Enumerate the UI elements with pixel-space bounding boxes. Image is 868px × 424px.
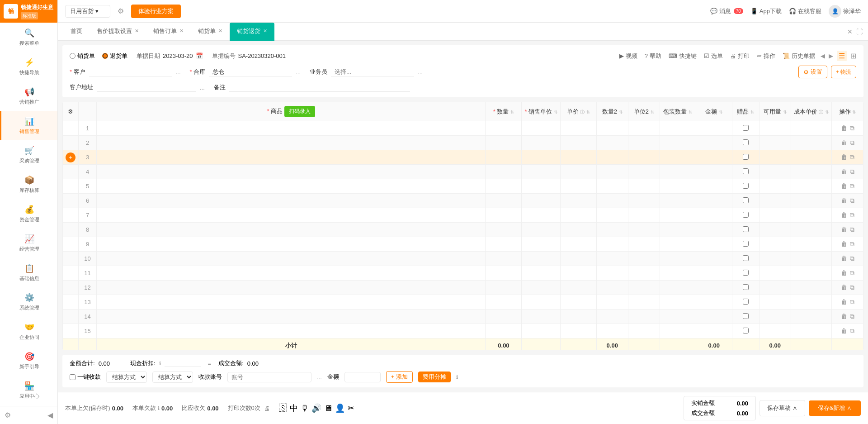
gift-checkbox-15[interactable] <box>743 328 749 333</box>
history-next[interactable]: ▶ <box>829 52 833 59</box>
sidebar-item-newuser[interactable]: 🎯新手引导 <box>0 346 57 376</box>
copy-icon-9[interactable]: ⧉ <box>850 240 854 248</box>
action-print[interactable]: 🖨打印 <box>728 51 751 61</box>
gift-checkbox-6[interactable] <box>743 197 749 203</box>
taskbar-icon-7[interactable]: ✂ <box>348 403 354 413</box>
sidebar-item-inventory[interactable]: 📦库存核算 <box>0 170 57 199</box>
gift-checkbox-7[interactable] <box>743 212 749 218</box>
delete-icon-4[interactable]: 🗑 <box>841 168 847 176</box>
address-input[interactable] <box>97 83 196 92</box>
sidebar-item-marketing[interactable]: 📢营销推广 <box>0 81 57 111</box>
tab-close-price-setting[interactable]: ✕ <box>135 28 139 34</box>
sidebar-item-enterprise[interactable]: 🤝企业协同 <box>0 317 57 346</box>
grid-view-btn[interactable]: ⊞ <box>850 52 856 60</box>
copy-icon-10[interactable]: ⧉ <box>850 255 854 262</box>
sidebar-item-search[interactable]: 🔍搜索菜单 <box>0 23 57 52</box>
sort-icon[interactable]: ⇅ <box>510 110 514 114</box>
user-item[interactable]: 👤 徐泽华 <box>829 5 861 18</box>
delete-icon-14[interactable]: 🗑 <box>841 313 847 320</box>
sidebar-item-operations[interactable]: 📈经营管理 <box>0 229 57 258</box>
sort-icon[interactable]: ⇅ <box>651 110 654 114</box>
delete-icon-11[interactable]: 🗑 <box>841 269 847 277</box>
staff-input[interactable] <box>331 67 414 76</box>
delete-icon-13[interactable]: 🗑 <box>841 298 847 306</box>
copy-icon-1[interactable]: ⧉ <box>850 124 854 132</box>
copy-icon-7[interactable]: ⧉ <box>850 211 854 219</box>
sort-icon[interactable]: ⇅ <box>719 110 722 114</box>
delete-icon-7[interactable]: 🗑 <box>841 211 847 219</box>
warehouse-dots[interactable]: ... <box>296 69 301 76</box>
warehouse-input[interactable] <box>209 67 292 76</box>
gift-checkbox-11[interactable] <box>743 270 749 276</box>
settings-btn[interactable]: ⚙ 设置 <box>798 66 827 78</box>
delete-icon-8[interactable]: 🗑 <box>841 226 847 233</box>
gift-checkbox-10[interactable] <box>743 255 749 261</box>
tab-close-sales-order[interactable]: ✕ <box>179 28 184 34</box>
settings-icon[interactable]: ⚙ <box>5 411 11 419</box>
product-input-3[interactable] <box>99 154 482 161</box>
sort-icon[interactable]: ⇅ <box>689 110 692 114</box>
expense-btn[interactable]: 费用分摊 <box>418 372 451 382</box>
tab-sales-return[interactable]: 销货退货✕ <box>230 23 274 41</box>
taskbar-icon-4[interactable]: 🔊 <box>311 403 321 413</box>
sort-icon[interactable]: ⇅ <box>554 110 557 114</box>
list-view-btn[interactable]: ☰ <box>837 51 847 61</box>
table-wrapper[interactable]: ⚙商品 扫码录入数量 ⇅销售单位 ⇅单价 ⓘ ⇅数量2 ⇅单位2 ⇅包装数量 ⇅… <box>62 102 863 350</box>
copy-icon-6[interactable]: ⧉ <box>850 197 854 205</box>
sidebar-item-appstore[interactable]: 🏪应用中心 <box>0 376 57 405</box>
gift-checkbox-9[interactable] <box>743 241 749 247</box>
delete-icon-15[interactable]: 🗑 <box>841 327 847 335</box>
sidebar-item-basic[interactable]: 📋基础信息 <box>0 258 57 287</box>
delete-icon-2[interactable]: 🗑 <box>841 139 847 147</box>
amount-input[interactable] <box>344 372 381 382</box>
app-download-item[interactable]: 📱 App下载 <box>750 7 782 15</box>
delete-icon-3[interactable]: 🗑 <box>841 153 847 161</box>
topbar-gear-icon[interactable]: ⚙ <box>118 7 124 15</box>
copy-icon-15[interactable]: ⧉ <box>850 327 854 335</box>
tab-close-sales[interactable]: ✕ <box>218 28 222 34</box>
customer-input[interactable] <box>89 67 172 76</box>
copy-icon-3[interactable]: ⧉ <box>850 153 854 161</box>
radio-sales[interactable]: 销货单 <box>70 52 95 60</box>
action-operate[interactable]: ✏操作 <box>755 51 777 61</box>
action-help[interactable]: ?帮助 <box>643 51 663 61</box>
copy-icon-5[interactable]: ⧉ <box>850 182 854 190</box>
sidebar-item-system[interactable]: ⚙️系统管理 <box>0 287 57 317</box>
gift-checkbox-5[interactable] <box>743 183 749 189</box>
gift-checkbox-13[interactable] <box>743 299 749 305</box>
copy-icon-11[interactable]: ⧉ <box>850 269 854 277</box>
tabs-close-icon[interactable]: ✕ <box>847 28 853 35</box>
calendar-icon[interactable]: 📅 <box>196 52 203 59</box>
add-btn[interactable]: + 添加 <box>386 371 413 383</box>
save-draft-btn[interactable]: 保存草稿 ∧ <box>760 400 805 416</box>
address-dots[interactable]: ... <box>200 84 205 91</box>
doc-date-value[interactable]: 2023-03-20 <box>163 52 193 59</box>
gift-checkbox-4[interactable] <box>743 168 749 174</box>
one-click-checkbox[interactable]: 一键收款 <box>70 373 101 381</box>
copy-icon-14[interactable]: ⧉ <box>850 313 854 320</box>
delete-icon-9[interactable]: 🗑 <box>841 240 847 248</box>
sort-icon[interactable]: ⇅ <box>619 110 623 114</box>
radio-return[interactable]: 退货单 <box>102 52 127 60</box>
customer-dots[interactable]: ... <box>176 69 181 76</box>
save-new-btn[interactable]: 保存&新增 ∧ <box>809 400 861 416</box>
copy-icon-4[interactable]: ⧉ <box>850 168 854 176</box>
online-service-item[interactable]: 🎧 在线客服 <box>789 7 821 15</box>
message-item[interactable]: 💬 消息 70 <box>710 7 743 15</box>
tab-close-sales-return[interactable]: ✕ <box>263 28 267 34</box>
taskbar-icon-5[interactable]: 🖥 <box>324 404 332 413</box>
sidebar-item-finance[interactable]: 💰资金管理 <box>0 199 57 229</box>
sort-icon[interactable]: ⇅ <box>852 110 856 114</box>
action-select[interactable]: ☑选单 <box>702 51 725 61</box>
history-prev[interactable]: ◀ <box>821 52 825 59</box>
account-input[interactable] <box>227 372 311 382</box>
add-row-btn[interactable]: + <box>66 152 75 162</box>
tab-sales-order[interactable]: 销售订单✕ <box>146 23 191 41</box>
delete-icon-1[interactable]: 🗑 <box>841 124 847 132</box>
sort-icon[interactable]: ⇅ <box>825 110 829 114</box>
tab-sales[interactable]: 销货单✕ <box>191 23 230 41</box>
col-header-gear[interactable]: ⚙ <box>63 102 79 121</box>
gift-checkbox-3[interactable] <box>743 154 749 160</box>
remark-input[interactable] <box>229 83 410 92</box>
copy-icon-2[interactable]: ⧉ <box>850 139 854 147</box>
